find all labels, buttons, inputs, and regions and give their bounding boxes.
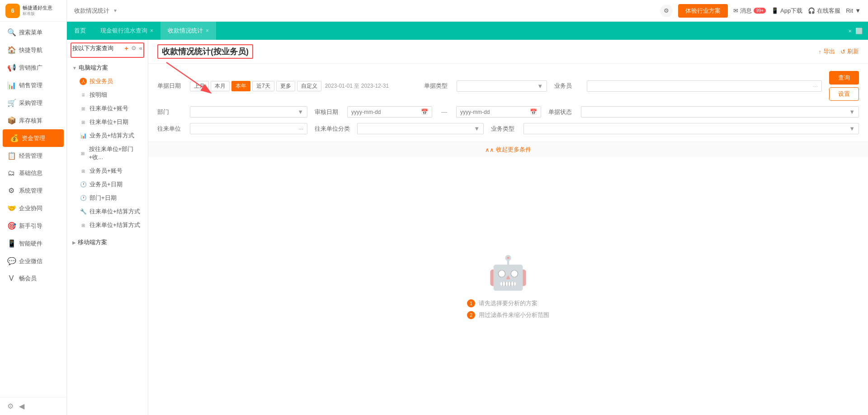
scheme-node-dept-date[interactable]: 🕐 部门+日期 [67,191,148,205]
date-tab-last-month[interactable]: 上月 [190,81,209,91]
sidebar-item-purchase[interactable]: 🛒 采购管理 [0,94,66,112]
marketing-icon: 📢 [7,63,15,72]
user-dropdown-icon: ▼ [855,7,861,14]
sidebar-item-quicknav[interactable]: 🏠 快捷导航 [0,41,66,59]
scheme-header-actions: + ⚙ « [125,45,142,52]
audit-date-from-input[interactable] [351,109,419,115]
date-tab-this-month[interactable]: 本月 [211,81,230,91]
audit-date-label: 审核日期 [315,108,340,116]
sidebar-item-basic[interactable]: 🗂 基础信息 [0,165,66,182]
scheme-node-unit-settle2[interactable]: ⊞ 往来单位+结算方式 [67,218,148,232]
sidebar-item-corp[interactable]: 🤝 企业协同 [0,199,66,217]
biz-type-select[interactable]: ▼ [524,123,859,134]
scheme-group-desktop-header[interactable]: ▼ 电脑端方案 [67,61,148,75]
scheme-add-icon[interactable]: + [125,45,128,52]
user-name: Rit [846,7,853,14]
scheme-node-unit-account[interactable]: ⊞ 往来单位+账号 [67,102,148,115]
date-sep: — [441,108,447,115]
trial-button[interactable]: 体验行业方案 [678,4,728,18]
scheme-node-unit-dept[interactable]: ⊞ 按往来单位+部门+收... [67,142,148,164]
sidebar-item-finance[interactable]: 💰 资金管理 [3,129,64,147]
sidebar: 6 畅捷通好生意 标准版 🔍 搜索菜单 🏠 快捷导航 📢 营销推广 📊 销售管理… [0,0,67,415]
search-icon: 🔍 [7,28,15,37]
counterpart-cat-select[interactable]: ▼ [357,123,484,134]
dept-select[interactable]: ▼ [190,106,307,118]
empty-illustration: 🤖 [488,254,528,292]
scheme-node-label: 按往来单位+部门+收... [89,145,142,161]
footer-settings-icon[interactable]: ⚙ [7,402,14,410]
scheme-node-salesman-settle[interactable]: 📊 业务员+结算方式 [67,129,148,142]
tab-receipt-close-icon[interactable]: × [206,28,209,34]
sidebar-item-inventory[interactable]: 📦 库存核算 [0,112,66,129]
biz-type-label: 业务类型 [491,125,516,133]
scheme-collapse-icon[interactable]: « [139,45,142,52]
calendar-to-icon[interactable]: 📅 [530,108,537,115]
audit-date-from[interactable]: 📅 [347,106,432,118]
logo-text-block: 畅捷通好生意 标准版 [23,5,52,17]
counterpart-more-icon[interactable]: ··· [298,125,303,132]
sidebar-item-label: 企业协同 [19,204,42,212]
footer-collapse-icon[interactable]: ◀ [19,402,24,410]
tab-home[interactable]: 首页 [67,22,93,40]
tab-receipt[interactable]: 收款情况统计 × [160,22,216,40]
scheme-node-salesman-account[interactable]: ⊞ 业务员+账号 [67,164,148,178]
date-filter-control: 上月 本月 本年 近7天 更多 自定义 2023-01-01 至 2023-12… [190,81,417,91]
collapse-bar[interactable]: ∧∧ 收起更多条件 [148,142,868,157]
set-button[interactable]: 设置 [829,87,859,101]
date-tab-this-year[interactable]: 本年 [231,81,250,91]
sidebar-item-search[interactable]: 🔍 搜索菜单 [0,24,66,41]
export-button[interactable]: ↑ 导出 [819,47,835,56]
sidebar-item-sales[interactable]: 📊 销售管理 [0,76,66,94]
filter-row-3: 往来单位 ··· 往来单位分类 ▼ 业务类型 ▼ [157,123,859,134]
scheme-node-unit-date[interactable]: ⊞ 往来单位+日期 [67,115,148,129]
breadcrumb-dropdown-icon[interactable]: ▼ [113,8,118,13]
scheme-node-salesman-date[interactable]: 🕐 业务员+日期 [67,178,148,191]
user-name-button[interactable]: Rit ▼ [846,7,861,14]
date-tab-more[interactable]: 更多 [276,81,295,91]
message-button[interactable]: ✉ 消息 99+ [733,7,766,15]
window-maximize-icon[interactable]: ⬜ [855,28,863,34]
salesman-more-icon[interactable]: ··· [813,83,818,90]
sidebar-item-wechat[interactable]: 💬 企业微信 [0,252,66,270]
gear-button[interactable]: ⚙ [660,5,673,17]
doc-type-select[interactable]: ▼ [457,80,547,92]
scheme-setting-icon[interactable]: ⚙ [131,45,137,52]
salesman-select[interactable]: ··· [587,80,822,92]
audit-date-to-input[interactable] [460,109,528,115]
app-download-button[interactable]: 📱 App下载 [771,7,802,15]
online-service-button[interactable]: 🎧 在线客服 [808,7,840,15]
window-buttons: × ⬜ [843,28,868,34]
sidebar-item-label: 企业微信 [19,257,42,265]
logo-badge: 标准版 [23,11,52,17]
filter-row-1: 单据日期 上月 本月 本年 近7天 更多 自定义 2023-01-01 至 20… [157,71,859,101]
sidebar-item-marketing[interactable]: 📢 营销推广 [0,59,66,76]
doc-status-select[interactable]: ▼ [581,106,859,118]
system-icon: ⚙ [7,186,15,195]
tab-bank[interactable]: 现金银行流水查询 × [93,22,160,40]
date-tab-custom[interactable]: 自定义 [297,81,321,91]
desktop-group-label: 电脑端方案 [79,64,108,72]
app-download-label: App下载 [780,7,802,15]
window-close-icon[interactable]: × [848,28,852,34]
scheme-node-detail[interactable]: ≡ 按明细 [67,88,148,102]
sidebar-item-ops[interactable]: 📋 经营管理 [0,147,66,165]
logo-text: 畅捷通好生意 [23,5,52,11]
tab-bank-close-icon[interactable]: × [150,28,153,34]
scheme-group-mobile-header[interactable]: ▶ 移动端方案 [67,236,148,249]
date-label: 单据日期 [157,82,183,90]
scheme-node-unit-settle1[interactable]: 🔧 往来单位+结算方式 [67,205,148,218]
scheme-node-salesman[interactable]: 人 按业务员 [67,75,148,88]
sidebar-item-hardware[interactable]: 📱 智能硬件 [0,235,66,252]
calendar-icon[interactable]: 📅 [421,108,428,115]
sidebar-item-label: 经营管理 [19,152,42,160]
page-actions: ↑ 导出 ↺ 刷新 [819,47,859,56]
doc-type-dropdown-icon: ▼ [537,83,543,90]
sidebar-item-system[interactable]: ⚙ 系统管理 [0,182,66,199]
audit-date-to[interactable]: 📅 [456,106,541,118]
date-tab-last7[interactable]: 近7天 [252,81,274,91]
query-button[interactable]: 查询 [829,71,859,85]
sidebar-item-guide[interactable]: 🎯 新手引导 [0,217,66,235]
refresh-button[interactable]: ↺ 刷新 [840,47,859,56]
sidebar-item-member[interactable]: V 畅会员 [0,270,66,287]
counterpart-select[interactable]: ··· [190,123,307,134]
